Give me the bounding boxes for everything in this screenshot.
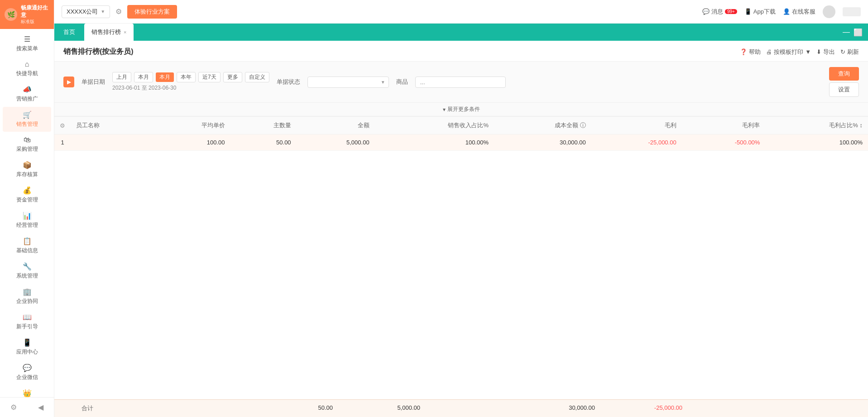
service-icon: 👤	[783, 8, 790, 15]
sidebar-item-inventory[interactable]: 📦 库存核算	[3, 157, 51, 182]
refresh-btn[interactable]: ↻ 刷新	[840, 48, 859, 56]
sidebar-item-wechat[interactable]: 💬 企业微信	[3, 360, 51, 385]
date-range-display: 2023-06-01 至 2023-06-30	[112, 84, 269, 92]
th-name: 员工名称	[71, 117, 150, 134]
search-menu-icon: ☰	[24, 35, 30, 43]
user-name-placeholder	[843, 7, 861, 16]
topbar-right: 💬 消息 99+ 📱 App下载 👤 在线客服	[702, 5, 861, 18]
tab-minimize-icon[interactable]: —	[843, 28, 850, 37]
sidebar-item-sales[interactable]: 🛒 销售管理	[3, 107, 51, 132]
td-cost: 30,000.00	[494, 134, 591, 151]
home-icon: ⌂	[25, 60, 29, 68]
tab-maximize-icon[interactable]: ⬜	[854, 28, 863, 37]
expand-btn[interactable]: ▾ 展开更多条件	[443, 105, 480, 113]
page-actions: ❓ 帮助 🖨 按模板打印 ▼ ⬇ 导出 ↻ 刷新	[740, 48, 859, 56]
th-profit-rate: 毛利率	[682, 117, 766, 134]
tab-sales-rank-label: 销售排行榜	[91, 28, 121, 36]
app-name: 畅康通好生意	[21, 5, 50, 19]
sidebar-nav: ☰ 搜索菜单 ⌂ 快捷导航 📣 营销推广 🛒 销售管理 🛍 采购管理 📦 库存核…	[0, 29, 54, 397]
set-button[interactable]: 设置	[829, 82, 859, 97]
sidebar-label-enterprise: 企业协同	[16, 297, 38, 305]
expand-down-icon: ▾	[443, 106, 446, 113]
table-settings-icon[interactable]: ⚙	[60, 122, 65, 129]
th-avg-price: 平均单价	[150, 117, 230, 134]
sidebar-item-quick-nav[interactable]: ⌂ 快捷导航	[3, 57, 51, 81]
date-btn-last-7[interactable]: 近7天	[198, 72, 221, 82]
td-amount: 5,000.00	[297, 134, 375, 151]
company-selector[interactable]: XXXXX公司 ▼	[62, 5, 110, 18]
status-filter-label: 单据状态	[277, 78, 300, 86]
sidebar-item-member[interactable]: 👑 畅会员	[3, 385, 51, 397]
filter-row: ▶ 单据日期 上月 本月 本月 本年 近7天 更多 自定义	[63, 67, 859, 97]
tab-home[interactable]: 首页	[54, 24, 84, 41]
sidebar-bottom: ⚙ ◀	[0, 397, 54, 417]
app-sub: 标准版	[21, 19, 50, 24]
print-btn[interactable]: 🖨 按模板打印 ▼	[766, 48, 811, 56]
filter-btns: 查询 设置	[829, 67, 859, 97]
logo-icon: 🌿	[4, 7, 18, 22]
sidebar-item-enterprise[interactable]: 🏢 企业协同	[3, 284, 51, 309]
sidebar-settings-btn[interactable]: ⚙	[9, 401, 19, 413]
sales-icon: 🛒	[23, 110, 32, 119]
table-header-row: ⚙ 员工名称 平均单价 主数量 全额 销售收入占比% 成本全额 ⓘ 毛利 毛利率…	[54, 117, 868, 134]
topbar-settings-icon[interactable]: ⚙	[115, 7, 122, 16]
company-name: XXXXX公司	[67, 8, 98, 16]
sidebar-label-wechat: 企业微信	[16, 374, 38, 381]
th-profit: 毛利	[591, 117, 682, 134]
td-name	[71, 134, 150, 151]
expand-bar: ▾ 展开更多条件	[54, 103, 868, 116]
table-area: ⚙ 员工名称 平均单价 主数量 全额 销售收入占比% 成本全额 ⓘ 毛利 毛利率…	[54, 116, 868, 399]
user-avatar[interactable]	[823, 5, 835, 18]
trial-button[interactable]: 体验行业方案	[127, 5, 177, 19]
date-btn-this-month[interactable]: 本月	[134, 72, 153, 82]
sidebar-item-finance[interactable]: 💰 资金管理	[3, 182, 51, 207]
sidebar-label-purchase: 采购管理	[16, 145, 38, 153]
message-icon: 💬	[702, 8, 710, 15]
page-title: 销售排行榜(按业务员)	[63, 47, 134, 57]
th-sales-pct: 销售收入占比%	[375, 117, 494, 134]
table-footer: 合计 50.00 5,000.00 30,000.00 -25,000.00	[54, 399, 868, 417]
app-download-label: App下载	[753, 8, 776, 16]
date-btn-this-year[interactable]: 本年	[177, 72, 196, 82]
sidebar-item-system[interactable]: 🔧 系统管理	[3, 259, 51, 283]
sidebar-item-purchase[interactable]: 🛍 采购管理	[3, 132, 51, 157]
td-profit-pct: 100.00%	[765, 134, 868, 151]
filter-toggle-icon: ▶	[67, 79, 71, 85]
export-btn[interactable]: ⬇ 导出	[816, 48, 835, 56]
marketing-icon: 📣	[23, 85, 32, 94]
app-logo: 🌿 畅康通好生意 标准版	[0, 0, 54, 29]
query-button[interactable]: 查询	[829, 67, 859, 81]
date-btn-custom[interactable]: 自定义	[245, 72, 269, 82]
sidebar-label-sales: 销售管理	[16, 120, 38, 128]
sidebar-item-apps[interactable]: 📱 应用中心	[3, 335, 51, 359]
guide-icon: 📖	[23, 313, 32, 321]
sidebar-item-marketing[interactable]: 📣 营销推广	[3, 81, 51, 106]
sidebar: 🌿 畅康通好生意 标准版 ☰ 搜索菜单 ⌂ 快捷导航 📣 营销推广 🛒 销售管理…	[0, 0, 54, 417]
date-btn-active[interactable]: 本月	[156, 72, 174, 82]
date-buttons: 上月 本月 本月 本年 近7天 更多 自定义	[112, 72, 269, 82]
footer-avg-price	[163, 404, 251, 412]
goods-input[interactable]	[415, 77, 506, 88]
message-label: 消息	[711, 8, 723, 16]
sidebar-item-operations[interactable]: 📊 经营管理	[3, 208, 51, 233]
app-download-btn[interactable]: 📱 App下载	[744, 8, 776, 16]
online-service-btn[interactable]: 👤 在线客服	[783, 8, 815, 16]
tab-close-icon[interactable]: ×	[124, 29, 126, 35]
filter-toggle-btn[interactable]: ▶	[63, 77, 74, 87]
sidebar-item-search[interactable]: ☰ 搜索菜单	[3, 31, 51, 56]
sidebar-item-guide[interactable]: 📖 新手引导	[3, 309, 51, 334]
date-filter-label: 单据日期	[82, 78, 105, 86]
sidebar-collapse-btn[interactable]: ◀	[36, 401, 45, 413]
tab-sales-rank[interactable]: 销售排行榜 ×	[84, 24, 134, 41]
status-select[interactable]	[307, 77, 389, 88]
message-btn[interactable]: 💬 消息 99+	[702, 8, 737, 16]
sidebar-item-basic[interactable]: 📋 基础信息	[3, 233, 51, 258]
date-btn-more[interactable]: 更多	[223, 72, 242, 82]
date-btn-last-month[interactable]: 上月	[112, 72, 131, 82]
footer-qty: 50.00	[251, 404, 338, 412]
help-btn[interactable]: ❓ 帮助	[740, 48, 761, 56]
footer-profit-pct	[775, 404, 863, 412]
main-content: XXXXX公司 ▼ ⚙ 体验行业方案 💬 消息 99+ 📱 App下载 👤 在线…	[54, 0, 868, 417]
table-row: 1 100.00 50.00 5,000.00 100.00% 30,000.0…	[54, 134, 868, 151]
sidebar-label-basic: 基础信息	[16, 247, 38, 254]
